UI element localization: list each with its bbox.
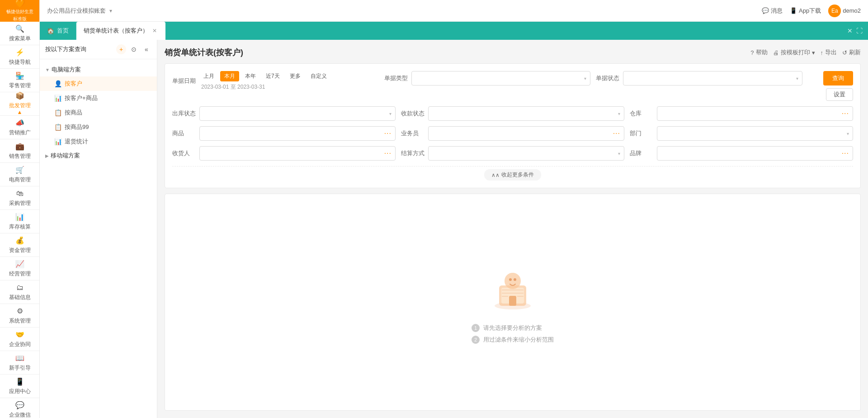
receiver-input[interactable]: ··· (199, 146, 396, 161)
date-range-text: 2023-03-01 至 2023-03-31 (201, 83, 379, 91)
add-scheme-btn[interactable]: + (116, 44, 126, 54)
sidebar-item-sales[interactable]: 💼 销售管理 (0, 139, 39, 163)
product-input[interactable]: ··· (199, 126, 396, 141)
pay-status-label: 收款状态 (401, 109, 425, 118)
app-logo[interactable]: 🧡 畅捷信好生意 标准版 (0, 0, 39, 22)
tree-item-by-customer-product[interactable]: 📊 按客户+商品 (40, 91, 157, 105)
query-button[interactable]: 查询 (823, 71, 853, 86)
ecom-icon: 🛒 (15, 166, 24, 175)
settle-label: 结算方式 (401, 149, 425, 157)
print-btn[interactable]: 🖨 按模板打印 ▾ (773, 48, 815, 57)
window-maximize-btn[interactable]: ⛶ (856, 27, 863, 34)
date-custom-btn[interactable]: 自定义 (307, 71, 331, 81)
filter-out-status: 出库状态 ▾ (172, 106, 396, 121)
tab-sales-stat[interactable]: 销货单统计表（按客户） ✕ (76, 22, 165, 40)
dept-input[interactable]: ▾ (657, 126, 853, 141)
collapse-btn[interactable]: ∧∧ 收起更多条件 (484, 169, 541, 180)
tree-group-mobile-arrow: ▶ (45, 153, 49, 158)
sidebar-item-ecom[interactable]: 🛒 电商管理 (0, 163, 39, 186)
date-last-7-btn[interactable]: 近7天 (262, 71, 284, 81)
tree-item-by-customer[interactable]: 👤 按客户 (40, 76, 157, 91)
print-arrow: ▾ (812, 49, 815, 56)
header-right: 💬 消息 📱 App下载 Ea demo2 (762, 5, 861, 17)
settings-button[interactable]: 设置 (826, 88, 853, 101)
guide-icon: 📖 (15, 354, 24, 363)
sidebar-item-retail[interactable]: 🏪 零售管理 (0, 69, 39, 92)
sidebar-item-inventory-label: 库存核算 (9, 223, 31, 231)
sidebar-item-wechat[interactable]: 💬 企业微信 (0, 398, 39, 418)
help-btn[interactable]: ? 帮助 (750, 48, 767, 57)
chevron-up-icon: ▲ (17, 109, 23, 116)
sidebar-item-ops[interactable]: 📈 经营管理 (0, 257, 39, 280)
sidebar-item-ops-label: 经营管理 (9, 271, 31, 278)
tab-close-btn[interactable]: ✕ (151, 27, 158, 34)
collapse-icon: ∧∧ (491, 172, 500, 178)
tree-group-desktop[interactable]: ▼ 电脑端方案 (40, 63, 157, 76)
filter-doc-type: 单据类型 ▾ (384, 71, 591, 86)
date-more-btn[interactable]: 更多 (286, 71, 305, 81)
sidebar-item-corp[interactable]: 🤝 企业协同 (0, 328, 39, 351)
tree-item-by-product-99[interactable]: 📋 按商品99 (40, 120, 157, 134)
sidebar-item-purchase[interactable]: 🛍 采购管理 (0, 186, 39, 210)
wechat-icon: 💬 (15, 401, 24, 410)
sidebar-item-wholesale[interactable]: 📦 批发管理 ▲ (0, 92, 39, 116)
collapse-panel-btn[interactable]: « (142, 44, 151, 54)
doc-type-input[interactable]: ▾ (411, 71, 591, 86)
tree-group-mobile[interactable]: ▶ 移动端方案 (40, 149, 157, 162)
customer-product-icon: 📊 (54, 95, 62, 102)
sidebar-item-marketing[interactable]: 📣 营销推广 (0, 116, 39, 139)
help-label: 帮助 (756, 48, 768, 57)
sidebar-item-app-center[interactable]: 📱 应用中心 (0, 375, 39, 398)
sidebar-item-quick-nav[interactable]: ⚡ 快捷导航 (0, 45, 39, 69)
pay-status-input[interactable]: ▾ (428, 106, 624, 121)
filter-row-3: 商品 ··· 业务员 ··· 部门 (172, 126, 853, 141)
tree-group-desktop-label: 电脑端方案 (52, 66, 81, 74)
message-label: 消息 (771, 7, 783, 15)
refresh-scheme-btn[interactable]: ⊙ (129, 44, 139, 54)
tree-section: ▼ 电脑端方案 👤 按客户 📊 按客户+商品 📋 按商品 📋 按商品 (40, 59, 157, 166)
sidebar-item-basic[interactable]: 🗂 基础信息 (0, 280, 39, 304)
date-this-month-btn[interactable]: 本月 (220, 71, 239, 81)
window-close-btn[interactable]: ✕ (847, 27, 853, 34)
print-icon: 🖨 (773, 49, 779, 56)
page-header: 销货单统计表(按客户) ? 帮助 🖨 按模板打印 ▾ ↑ 导出 (165, 47, 861, 58)
customer-icon: 👤 (54, 80, 62, 87)
doc-status-input[interactable]: ▾ (623, 71, 802, 86)
collapse-label: 收起更多条件 (501, 171, 534, 179)
message-btn[interactable]: 💬 消息 (762, 7, 783, 15)
sidebar-item-finance[interactable]: 💰 资金管理 (0, 233, 39, 257)
filter-receiver: 收货人 ··· (172, 146, 396, 161)
sales-icon: 💼 (15, 142, 24, 152)
filter-settle: 结算方式 ▾ (401, 146, 624, 161)
header-dropdown-icon[interactable]: ▾ (109, 8, 112, 14)
date-label: 单据日期 (172, 77, 196, 85)
out-status-input[interactable]: ▾ (199, 106, 396, 121)
pay-status-arrow: ▾ (618, 111, 620, 116)
date-this-year-btn[interactable]: 本年 (241, 71, 260, 81)
sidebar-item-search[interactable]: 🔍 搜索菜单 (0, 22, 39, 45)
tab-home[interactable]: 🏠 首页 (40, 22, 76, 40)
tree-item-by-product[interactable]: 📋 按商品 (40, 105, 157, 120)
tree-item-return-stat[interactable]: 📊 退货统计 (40, 134, 157, 149)
date-last-month-btn[interactable]: 上月 (199, 71, 218, 81)
brand-input[interactable]: ··· (657, 146, 853, 161)
warehouse-input[interactable]: ··· (657, 106, 853, 121)
refresh-btn[interactable]: ↺ 刷新 (842, 48, 861, 57)
refresh-label: 刷新 (849, 48, 861, 57)
sidebar-item-system[interactable]: ⚙ 系统管理 (0, 304, 39, 328)
settle-input[interactable]: ▾ (428, 146, 624, 161)
basic-icon: 🗂 (16, 283, 24, 293)
app-download-btn[interactable]: 📱 App下载 (790, 7, 821, 15)
svg-point-3 (505, 273, 521, 289)
sidebar-item-inventory[interactable]: 📊 库存核算 (0, 210, 39, 233)
sidebar-item-wholesale-label: 批发管理 (9, 102, 31, 109)
salesperson-input[interactable]: ··· (428, 126, 624, 141)
logo-subtext: 标准版 (13, 16, 27, 22)
export-btn[interactable]: ↑ 导出 (821, 48, 837, 57)
tree-item-by-customer-label: 按客户 (65, 80, 82, 88)
logo-text: 畅捷信好生意 (6, 9, 33, 15)
window-btns: ✕ ⛶ (847, 27, 868, 34)
sidebar-item-guide[interactable]: 📖 新手引导 (0, 351, 39, 375)
user-info[interactable]: Ea demo2 (828, 5, 861, 17)
product-dots: ··· (384, 129, 392, 138)
